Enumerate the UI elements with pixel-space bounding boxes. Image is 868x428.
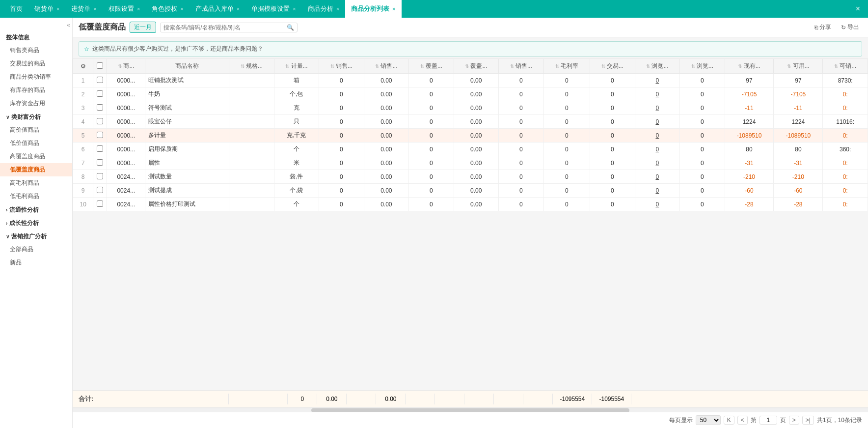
view1-column-header[interactable]: ⇅ 浏览... <box>635 59 679 74</box>
row-checkbox-cell[interactable] <box>93 129 107 143</box>
last-page-button[interactable]: >| <box>802 416 814 425</box>
sidebar-item-category-sales-rate[interactable]: 商品分类动销率 <box>0 70 72 84</box>
page-size-select[interactable]: 50 20 100 <box>696 415 721 425</box>
row-view1[interactable]: 0 <box>635 101 679 115</box>
row-checkbox-cell[interactable] <box>93 101 107 115</box>
row-gross-rate: 0 <box>543 74 590 87</box>
code-column-header[interactable]: ⇅ 商... <box>107 59 145 74</box>
nav-close-icon[interactable]: × <box>56 6 59 12</box>
row-checkbox[interactable] <box>97 90 103 97</box>
row-checkbox-cell[interactable] <box>93 156 107 170</box>
sidebar-section-liquidity[interactable]: › 流通性分析 <box>0 203 72 216</box>
nav-close-icon[interactable]: × <box>293 6 296 12</box>
date-range-button[interactable]: 近一月 <box>130 22 156 33</box>
nav-home[interactable]: 首页 <box>4 0 28 18</box>
nav-product-analysis-list[interactable]: 商品分析列表 × <box>345 0 401 18</box>
row-checkbox-cell[interactable] <box>93 198 107 211</box>
table-container[interactable]: ⚙ ⇅ 商... 商品名称 ⇅ 规格... ⇅ 计量... ⇅ 销售... ⇅ … <box>73 58 868 390</box>
row-checkbox[interactable] <box>97 187 103 193</box>
sales2-column-header[interactable]: ⇅ 销售... <box>364 59 408 74</box>
sidebar-item-new-products[interactable]: 新品 <box>0 256 72 269</box>
nav-close-active-icon[interactable]: × <box>392 6 395 12</box>
row-view1[interactable]: 0 <box>635 87 679 101</box>
current-column-header[interactable]: ⇅ 现有... <box>725 59 774 74</box>
row-checkbox[interactable] <box>97 104 103 111</box>
horizontal-scrollbar[interactable] <box>73 408 868 412</box>
row-available: 1224 <box>774 115 823 129</box>
nav-role-auth[interactable]: 角色授权 × <box>146 0 189 18</box>
sidebar-item-in-stock[interactable]: 有库存的商品 <box>0 84 72 97</box>
row-view1[interactable]: 0 <box>635 115 679 129</box>
row-view1[interactable]: 0 <box>635 156 679 170</box>
sidebar-item-traded-products[interactable]: 交易过的商品 <box>0 57 72 70</box>
first-page-button[interactable]: K <box>724 416 734 425</box>
row-checkbox[interactable] <box>97 77 103 83</box>
nav-purchase-order[interactable]: 进货单 × <box>65 0 102 18</box>
nav-close-icon[interactable]: × <box>180 6 183 12</box>
nav-permission-settings[interactable]: 权限设置 × <box>103 0 146 18</box>
sidebar-section-marketing[interactable]: ∨ 营销推广分析 <box>0 229 72 243</box>
row-checkbox[interactable] <box>97 145 103 152</box>
row-view1[interactable]: 0 <box>635 170 679 184</box>
row-checkbox-cell[interactable] <box>93 115 107 129</box>
row-checkbox[interactable] <box>97 118 103 124</box>
row-checkbox-cell[interactable] <box>93 170 107 184</box>
sidebar-section-global[interactable]: 整体信息 <box>0 30 72 44</box>
view2-column-header[interactable]: ⇅ 浏览... <box>680 59 725 74</box>
sales3-column-header[interactable]: ⇅ 销售... <box>499 59 543 74</box>
sales1-column-header[interactable]: ⇅ 销售... <box>319 59 364 74</box>
cover1-column-header[interactable]: ⇅ 覆盖... <box>409 59 454 74</box>
select-all-checkbox[interactable] <box>97 62 103 69</box>
nav-close-icon[interactable]: × <box>137 6 140 12</box>
nav-close-all-button[interactable]: × <box>852 4 864 13</box>
sidebar-item-high-margin[interactable]: 高毛利商品 <box>0 176 72 190</box>
sidebar-item-inventory-capital[interactable]: 库存资金占用 <box>0 97 72 110</box>
row-view1[interactable]: 0 <box>635 198 679 211</box>
nav-close-icon[interactable]: × <box>93 6 96 12</box>
share-button[interactable]: ⎗ 分享 <box>812 22 834 33</box>
saleable-column-header[interactable]: ⇅ 可销... <box>823 59 868 74</box>
export-button[interactable]: ↻ 导出 <box>838 22 862 33</box>
row-checkbox-cell[interactable] <box>93 143 107 156</box>
grossrate-column-header[interactable]: ⇅ 毛利率 <box>543 59 590 74</box>
row-checkbox[interactable] <box>97 173 103 179</box>
sidebar-section-wealth[interactable]: ∨ 类财富分析 <box>0 110 72 123</box>
sidebar-collapse-button[interactable]: « <box>0 20 72 30</box>
cover2-column-header[interactable]: ⇅ 覆盖... <box>454 59 498 74</box>
sidebar-section-growth[interactable]: › 成长性分析 <box>0 216 72 229</box>
nav-product-analysis[interactable]: 商品分析 × <box>302 0 345 18</box>
next-page-button[interactable]: > <box>789 416 799 425</box>
nav-sales-order[interactable]: 销货单 × <box>28 0 65 18</box>
sidebar-item-low-coverage[interactable]: 低覆盖度商品 <box>0 163 72 176</box>
sidebar-item-low-value[interactable]: 低价值商品 <box>0 137 72 150</box>
nav-close-icon[interactable]: × <box>237 6 240 12</box>
sidebar-item-low-margin[interactable]: 低毛利商品 <box>0 190 72 203</box>
nav-close-icon[interactable]: × <box>336 6 339 12</box>
sidebar-item-high-value[interactable]: 高价值商品 <box>0 123 72 137</box>
row-view1[interactable]: 0 <box>635 143 679 156</box>
name-column-header[interactable]: 商品名称 <box>145 59 229 74</box>
spec-column-header[interactable]: ⇅ 规格... <box>229 59 274 74</box>
row-checkbox-cell[interactable] <box>93 74 107 87</box>
row-view1[interactable]: 0 <box>635 129 679 143</box>
nav-template-settings[interactable]: 单据模板设置 × <box>245 0 301 18</box>
unit-column-header[interactable]: ⇅ 计量... <box>274 59 319 74</box>
row-checkbox-cell[interactable] <box>93 87 107 101</box>
sidebar-item-all-products[interactable]: 全部商品 <box>0 243 72 256</box>
row-checkbox[interactable] <box>97 159 103 166</box>
sidebar-item-high-coverage[interactable]: 高覆盖度商品 <box>0 150 72 163</box>
nav-product-inbound[interactable]: 产成品入库单 × <box>190 0 245 18</box>
settings-column-header[interactable]: ⚙ <box>73 59 93 74</box>
available-column-header[interactable]: ⇅ 可用... <box>774 59 823 74</box>
prev-page-button[interactable]: < <box>737 416 748 425</box>
row-checkbox[interactable] <box>97 132 103 138</box>
row-current: -7105 <box>725 87 774 101</box>
row-view1[interactable]: 0 <box>635 74 679 87</box>
row-view1[interactable]: 0 <box>635 184 679 198</box>
search-input[interactable] <box>163 24 287 31</box>
row-checkbox-cell[interactable] <box>93 184 107 198</box>
trade-column-header[interactable]: ⇅ 交易... <box>590 59 635 74</box>
sidebar-item-sales-products[interactable]: 销售类商品 <box>0 44 72 57</box>
page-number-input[interactable] <box>760 416 777 425</box>
row-checkbox[interactable] <box>97 200 103 207</box>
